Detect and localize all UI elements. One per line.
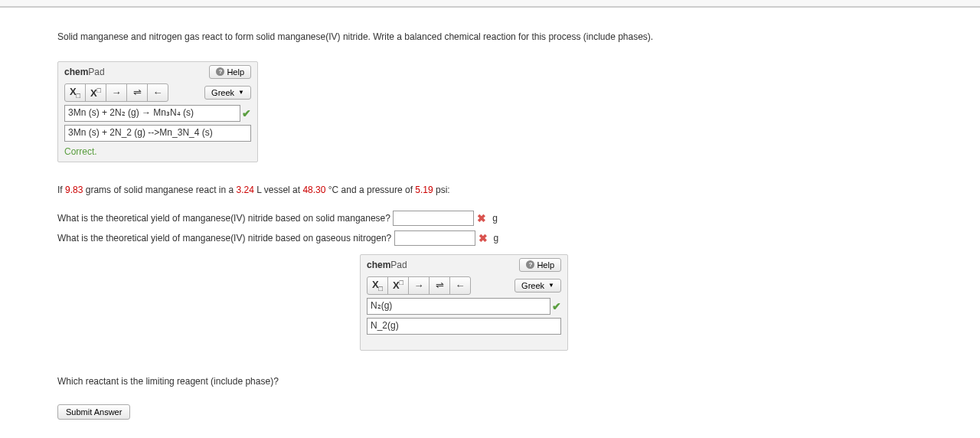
arrow-button[interactable]: → xyxy=(106,83,127,102)
toolbar: X□ X□ → ⇌ ← xyxy=(367,276,471,295)
yield-n2-label: What is the theoretical yield of mangane… xyxy=(57,233,391,244)
toolbar: X□ X□ → ⇌ ← xyxy=(64,83,168,102)
check-icon: ✔ xyxy=(242,107,251,119)
yield-n2-input[interactable] xyxy=(394,230,475,246)
question-2-text: If 9.83 grams of solid manganese react i… xyxy=(57,184,923,197)
greek-button[interactable]: Greek▼ xyxy=(204,86,251,100)
superscript-button[interactable]: X□ xyxy=(85,83,106,102)
greek-button[interactable]: Greek▼ xyxy=(514,279,561,293)
superscript-button[interactable]: X□ xyxy=(387,276,409,295)
back-arrow-button[interactable]: ← xyxy=(449,276,471,295)
yield-mn-label: What is the theoretical yield of mangane… xyxy=(57,213,390,224)
chempad-title: chemPad xyxy=(367,260,407,270)
chempad-title: chemPad xyxy=(64,67,105,77)
chevron-down-icon: ▼ xyxy=(548,282,554,289)
arrow-button[interactable]: → xyxy=(408,276,430,295)
equilibrium-button[interactable]: ⇌ xyxy=(126,83,148,102)
subscript-button[interactable]: X□ xyxy=(367,276,388,295)
feedback-text: Correct. xyxy=(58,143,257,162)
rendered-equation-display: 3Mn (s) + 2N₂ (g) → Mn₃N₄ (s) xyxy=(64,105,240,122)
help-button[interactable]: ? Help xyxy=(209,65,251,79)
help-icon: ? xyxy=(526,260,534,269)
question-1-text: Solid manganese and nitrogen gas react t… xyxy=(57,31,923,44)
check-icon: ✔ xyxy=(552,300,561,312)
chevron-down-icon: ▼ xyxy=(238,89,244,96)
unit-label: g xyxy=(494,233,499,244)
unit-label: g xyxy=(492,213,498,224)
cross-icon: ✖ xyxy=(477,212,486,224)
submit-answer-button[interactable]: Submit Answer xyxy=(57,404,130,420)
equilibrium-button[interactable]: ⇌ xyxy=(429,276,450,295)
chempad-widget-2: chemPad ? Help X□ X□ → ⇌ ← Greek▼ N₂(g) … xyxy=(360,254,568,351)
help-button[interactable]: ? Help xyxy=(519,258,561,272)
subscript-button[interactable]: X□ xyxy=(64,83,86,102)
cross-icon: ✖ xyxy=(479,232,488,244)
raw-equation-input[interactable]: N_2(g) xyxy=(367,318,561,335)
yield-mn-input[interactable] xyxy=(393,211,474,226)
raw-equation-input[interactable]: 3Mn (s) + 2N_2 (g) -->Mn_3N_4 (s) xyxy=(64,125,251,142)
help-icon: ? xyxy=(216,67,224,76)
rendered-equation-display: N₂(g) xyxy=(367,298,550,315)
back-arrow-button[interactable]: ← xyxy=(147,83,168,102)
question-3-text: Which reactant is the limiting reagent (… xyxy=(57,375,923,388)
chempad-widget-1: chemPad ? Help X□ X□ → ⇌ ← Greek▼ 3Mn (s… xyxy=(57,61,258,162)
